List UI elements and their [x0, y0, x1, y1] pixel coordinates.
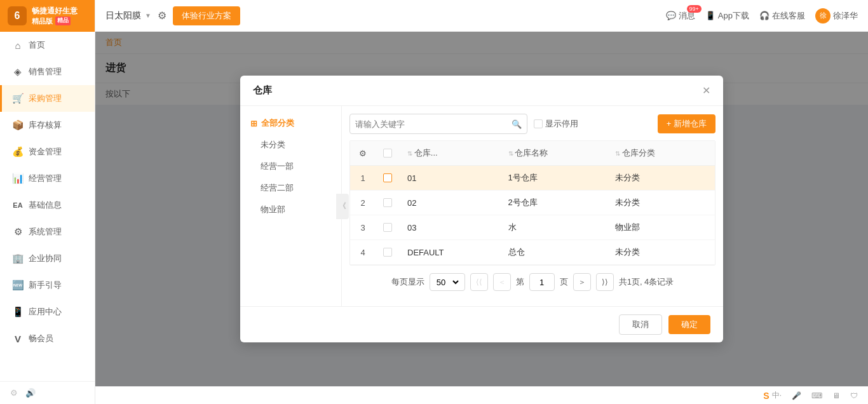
- apps-icon: 📱: [12, 306, 24, 318]
- sidebar-item-guide[interactable]: 🆕 新手引导: [0, 272, 95, 299]
- table-row[interactable]: 4 DEFAULT 总仓 未分类: [350, 240, 715, 265]
- status-bar: S 中· 🎤 ⌨ 🖥 🛡: [95, 386, 868, 404]
- gear-icon: ⚙: [359, 149, 367, 158]
- logo-icon: 6: [8, 6, 27, 25]
- header-gear-icon[interactable]: ⚙: [158, 10, 166, 22]
- member-icon: V: [12, 333, 24, 344]
- row-checkbox[interactable]: [383, 248, 392, 257]
- category-panel: ⊞ 全部分类 未分类 经营一部 经营二部 物业部: [240, 106, 342, 306]
- row-code: 03: [400, 215, 501, 240]
- row-checkbox[interactable]: [383, 173, 392, 182]
- sidebar-item-purchase[interactable]: 🛒 采购管理: [0, 85, 95, 112]
- header-left: 日太阳膜 ▼ ⚙ 体验行业方案: [105, 6, 240, 25]
- category-item-ops2[interactable]: 经营二部: [240, 177, 341, 199]
- content: 首页 进货 按以下 仓库 ✕ ⊞: [95, 32, 868, 386]
- all-category-item[interactable]: ⊞ 全部分类: [240, 112, 341, 134]
- panel-collapse-button[interactable]: 《: [336, 194, 349, 219]
- dialog-footer: 取消 确定: [240, 306, 723, 342]
- row-num: 2: [350, 191, 376, 215]
- search-icon[interactable]: 🔍: [512, 119, 522, 129]
- status-item-5: 🛡: [850, 391, 858, 400]
- headset-icon: 🎧: [759, 11, 770, 20]
- confirm-button[interactable]: 确定: [668, 315, 710, 334]
- category-item-property[interactable]: 物业部: [240, 199, 341, 220]
- add-warehouse-button[interactable]: + 新增仓库: [658, 114, 715, 133]
- sidebar-item-sales[interactable]: ◈ 销售管理: [0, 58, 95, 85]
- speaker-icon[interactable]: 🔊: [25, 388, 36, 398]
- dialog-header: 仓库 ✕: [240, 76, 723, 106]
- guide-icon: 🆕: [12, 279, 24, 291]
- page-number-input[interactable]: [529, 273, 555, 291]
- grid-icon: ⊞: [250, 119, 257, 128]
- row-checkbox-cell: [376, 215, 400, 240]
- sidebar-nav: ⌂ 首页 ◈ 销售管理 🛒 采购管理 📦 库存核算 💰 资金管理 📊 经营管理 …: [0, 32, 95, 381]
- th-settings: ⚙: [350, 141, 376, 166]
- row-name: 水: [501, 215, 608, 240]
- sidebar-item-basic[interactable]: EA 基础信息: [0, 192, 95, 219]
- app-download[interactable]: 📱 App下载: [705, 10, 749, 22]
- trial-button[interactable]: 体验行业方案: [173, 6, 240, 25]
- sidebar-logo: 6 畅捷通好生意 精品版 精品: [0, 0, 95, 32]
- store-selector[interactable]: 日太阳膜 ▼: [105, 10, 151, 22]
- dialog-body: ⊞ 全部分类 未分类 经营一部 经营二部 物业部: [240, 106, 723, 306]
- row-checkbox-cell: [376, 191, 400, 215]
- shield-icon: 🛡: [850, 391, 858, 400]
- category-item-ops1[interactable]: 经营一部: [240, 156, 341, 177]
- sidebar-item-operation[interactable]: 📊 经营管理: [0, 165, 95, 192]
- row-checkbox-cell: [376, 240, 400, 265]
- next-page-button[interactable]: ＞: [573, 273, 591, 291]
- sidebar: 6 畅捷通好生意 精品版 精品 ⌂ 首页 ◈ 销售管理 🛒 采购管理 📦 库存核…: [0, 0, 95, 404]
- sidebar-bottom: ⚙ 🔊: [0, 381, 95, 404]
- prev-page-button[interactable]: ＜: [493, 273, 511, 291]
- user-menu[interactable]: 徐 徐泽华: [815, 8, 858, 24]
- select-all-checkbox[interactable]: [383, 149, 392, 158]
- settings-icon[interactable]: ⚙: [10, 388, 18, 398]
- sort-code-icon: ⇅: [407, 150, 414, 157]
- row-checkbox[interactable]: [383, 198, 392, 207]
- dialog-close-button[interactable]: ✕: [702, 84, 710, 97]
- table-row[interactable]: 1 01 1号仓库 未分类: [350, 166, 715, 191]
- sidebar-item-enterprise[interactable]: 🏢 企业协同: [0, 245, 95, 272]
- sidebar-item-finance[interactable]: 💰 资金管理: [0, 138, 95, 165]
- row-checkbox[interactable]: [383, 223, 392, 232]
- sidebar-item-home[interactable]: ⌂ 首页: [0, 32, 95, 58]
- basic-icon: EA: [12, 201, 24, 209]
- row-checkbox-cell: [376, 166, 400, 191]
- home-icon: ⌂: [12, 40, 24, 51]
- sidebar-item-inventory[interactable]: 📦 库存核算: [0, 112, 95, 138]
- sidebar-item-apps[interactable]: 📱 应用中心: [0, 299, 95, 325]
- sidebar-item-member[interactable]: V 畅会员: [0, 325, 95, 352]
- per-page-select[interactable]: 50 20 100: [430, 273, 465, 291]
- operation-icon: 📊: [12, 173, 24, 184]
- message-badge[interactable]: 💬 消息 99+: [666, 10, 695, 22]
- row-num: 1: [350, 166, 376, 191]
- per-page-dropdown[interactable]: 50 20 100: [434, 277, 461, 288]
- first-page-button[interactable]: ⟨⟨: [470, 273, 488, 291]
- pagination: 每页显示 50 20 100 ⟨⟨ ＜ 第: [349, 266, 715, 299]
- last-page-button[interactable]: ⟩⟩: [596, 273, 614, 291]
- show-disabled-checkbox[interactable]: [534, 119, 543, 128]
- inventory-icon: 📦: [12, 119, 24, 131]
- online-service[interactable]: 🎧 在线客服: [759, 10, 805, 22]
- row-name: 1号仓库: [501, 166, 608, 191]
- purchase-icon: 🛒: [12, 93, 24, 104]
- status-item-4: 🖥: [832, 391, 840, 400]
- search-input[interactable]: [355, 119, 512, 129]
- table-row[interactable]: 2 02 2号仓库 未分类: [350, 191, 715, 215]
- finance-icon: 💰: [12, 146, 24, 158]
- enterprise-icon: 🏢: [12, 253, 24, 264]
- system-icon: ⚙: [12, 226, 24, 238]
- row-category: 未分类: [607, 166, 715, 191]
- row-code: 02: [400, 191, 501, 215]
- dialog-title: 仓库: [253, 84, 272, 97]
- show-disabled-toggle[interactable]: 显示停用: [534, 118, 578, 130]
- logo-text: 畅捷通好生意 精品版 精品: [32, 6, 78, 25]
- keyboard-icon: ⌨: [811, 391, 822, 400]
- row-category: 物业部: [607, 215, 715, 240]
- sidebar-item-system[interactable]: ⚙ 系统管理: [0, 219, 95, 245]
- row-num: 3: [350, 215, 376, 240]
- cancel-button[interactable]: 取消: [619, 314, 662, 335]
- sales-icon: ◈: [12, 66, 24, 77]
- category-item-uncategorized[interactable]: 未分类: [240, 134, 341, 156]
- table-row[interactable]: 3 03 水 物业部: [350, 215, 715, 240]
